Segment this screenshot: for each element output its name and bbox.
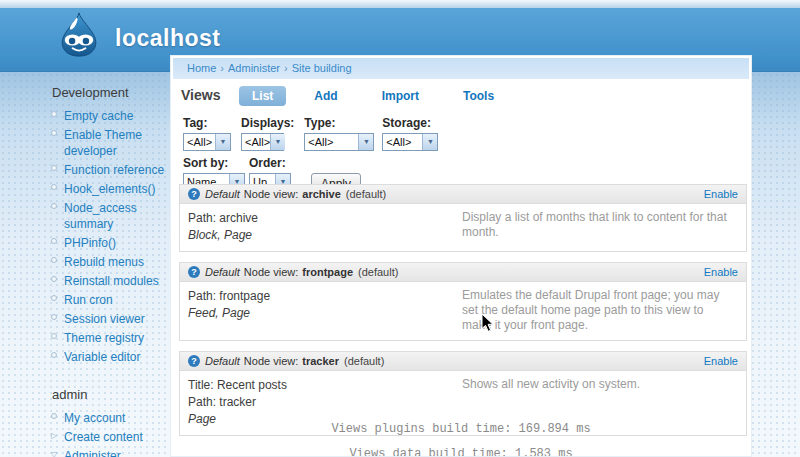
sidebar-item-administer[interactable]: ▽Administer ▷Content management: [20, 448, 170, 457]
view-type: Default: [205, 188, 240, 200]
breadcrumb-separator: ›: [220, 62, 224, 74]
storage-filter-select[interactable]: <All> ▼: [382, 133, 438, 151]
sidebar-item-variable-editor[interactable]: Variable editor: [20, 349, 170, 365]
storage-filter-label: Storage:: [382, 116, 438, 130]
bullet-circle-icon: [51, 257, 57, 263]
chevron-down-icon: ▼: [358, 134, 373, 150]
view-kind: Node view:: [244, 266, 298, 278]
filter-row-1: Tag: <All> ▼ Displays: <All> ▼ Type: <Al…: [183, 116, 743, 151]
tab-list[interactable]: List: [239, 86, 286, 106]
view-path: Path: archive: [188, 210, 446, 227]
type-filter: Type: <All> ▼: [304, 116, 374, 151]
expanded-arrow-icon[interactable]: ▽: [51, 451, 57, 457]
sidebar-item-my-account[interactable]: My account: [20, 410, 170, 426]
bullet-circle-icon: [51, 111, 57, 117]
view-details: Path: frontpage Feed, Page: [188, 288, 446, 333]
tab-add[interactable]: Add: [304, 86, 347, 106]
view-description: Emulates the default Drupal front page; …: [462, 288, 736, 333]
page-header: ViewsListAddImportTools: [181, 86, 743, 108]
site-title[interactable]: localhost: [115, 25, 220, 52]
type-filter-select[interactable]: <All> ▼: [304, 133, 374, 151]
view-title: Title: Recent posts: [188, 377, 446, 394]
sidebar-section-development: Development: [52, 85, 170, 100]
admin-menu: My account ▷Create content ▽Administer ▷…: [20, 410, 170, 457]
view-row-body: Path: archive Block, Page Display a list…: [180, 204, 746, 251]
sidebar-item-session-viewer[interactable]: Session viewer: [20, 311, 170, 327]
views-list: ? Default Node view: archive (default) E…: [179, 184, 747, 446]
view-name: frontpage: [302, 266, 353, 278]
sidebar-item-create-content[interactable]: ▷Create content: [20, 429, 170, 445]
bullet-circle-icon: [51, 413, 57, 419]
sidebar-item-theme-registry[interactable]: Theme registry: [20, 330, 170, 346]
storage-filter: Storage: <All> ▼: [382, 116, 438, 151]
tag-filter: Tag: <All> ▼: [183, 116, 231, 151]
bullet-circle-icon: [51, 203, 57, 209]
bullet-circle-icon: [51, 165, 57, 171]
breadcrumb-home-link[interactable]: Home: [187, 62, 216, 74]
sidebar-item-rebuild-menus[interactable]: Rebuild menus: [20, 254, 170, 270]
view-description: Shows all new activity on system.: [462, 377, 736, 428]
order-label: Order:: [249, 156, 291, 170]
sidebar-item-phpinfo[interactable]: PHPinfo(): [20, 235, 170, 251]
drupal-logo-icon: [56, 11, 102, 58]
breadcrumb-site-building-link[interactable]: Site building: [292, 62, 352, 74]
bullet-circle-icon: [51, 238, 57, 244]
bullet-circle-icon: [51, 184, 57, 190]
sidebar-item-function-reference[interactable]: Function reference: [20, 162, 170, 178]
enable-link[interactable]: Enable: [704, 266, 738, 278]
tab-bar: ListAddImportTools: [239, 86, 528, 104]
view-row-frontpage: ? Default Node view: frontpage (default)…: [179, 262, 747, 341]
view-suffix: (default): [358, 266, 398, 278]
displays-filter-label: Displays:: [241, 116, 294, 130]
breadcrumb-administer-link[interactable]: Administer: [228, 62, 280, 74]
bullet-circle-icon: [51, 130, 57, 136]
enable-link[interactable]: Enable: [704, 188, 738, 200]
bullet-circle-icon: [51, 352, 57, 358]
view-path: Path: tracker: [188, 394, 446, 411]
header-top-strip: [0, 0, 800, 8]
tab-tools[interactable]: Tools: [453, 86, 504, 106]
tag-filter-label: Tag:: [183, 116, 231, 130]
view-row-body: Path: frontpage Feed, Page Emulates the …: [180, 282, 746, 340]
view-kind: Node view:: [244, 188, 298, 200]
bullet-circle-icon: [51, 333, 57, 339]
displays-filter: Displays: <All> ▼: [241, 116, 294, 151]
tab-import[interactable]: Import: [372, 86, 429, 106]
views-data-build-time: Views data build time: 1.583 ms: [171, 447, 751, 457]
sidebar-item-node-access-summary[interactable]: Node_access summary: [20, 200, 170, 232]
view-type: Default: [205, 355, 240, 367]
breadcrumb-separator: ›: [284, 62, 288, 74]
view-name: tracker: [302, 355, 339, 367]
enable-link[interactable]: Enable: [704, 355, 738, 367]
view-row-header: ? Default Node view: frontpage (default)…: [180, 263, 746, 282]
chevron-down-icon: ▼: [422, 134, 437, 150]
views-plugins-build-time: Views plugins build time: 169.894 ms: [171, 422, 751, 436]
sidebar-item-enable-theme-developer[interactable]: Enable Theme developer: [20, 127, 170, 159]
collapsed-arrow-icon[interactable]: ▷: [51, 432, 57, 440]
sidebar-item-reinstall-modules[interactable]: Reinstall modules: [20, 273, 170, 289]
view-path: Path: frontpage: [188, 288, 446, 305]
bullet-circle-icon: [51, 276, 57, 282]
displays-filter-select[interactable]: <All> ▼: [241, 133, 284, 151]
breadcrumb: Home›Administer›Site building: [173, 58, 749, 79]
sidebar-item-empty-cache[interactable]: Empty cache: [20, 108, 170, 124]
chevron-down-icon: ▼: [270, 134, 285, 150]
view-row-header: ? Default Node view: tracker (default) E…: [180, 352, 746, 371]
development-menu: Empty cache Enable Theme developer Funct…: [20, 108, 170, 365]
view-suffix: (default): [344, 355, 384, 367]
view-row-archive: ? Default Node view: archive (default) E…: [179, 184, 747, 252]
view-displays: Block, Page: [188, 227, 446, 244]
sidebar: Development Empty cache Enable Theme dev…: [20, 85, 170, 457]
sidebar-item-run-cron[interactable]: Run cron: [20, 292, 170, 308]
page-title: Views: [181, 87, 229, 103]
tag-filter-select[interactable]: <All> ▼: [183, 133, 231, 151]
sidebar-item-hook-elements[interactable]: Hook_elements(): [20, 181, 170, 197]
help-icon[interactable]: ?: [188, 266, 200, 278]
view-row-header: ? Default Node view: archive (default) E…: [180, 185, 746, 204]
view-name: archive: [302, 188, 341, 200]
help-icon[interactable]: ?: [188, 188, 200, 200]
help-icon[interactable]: ?: [188, 355, 200, 367]
view-suffix: (default): [346, 188, 386, 200]
view-details: Path: archive Block, Page: [188, 210, 446, 244]
sidebar-section-admin: admin: [52, 387, 170, 402]
